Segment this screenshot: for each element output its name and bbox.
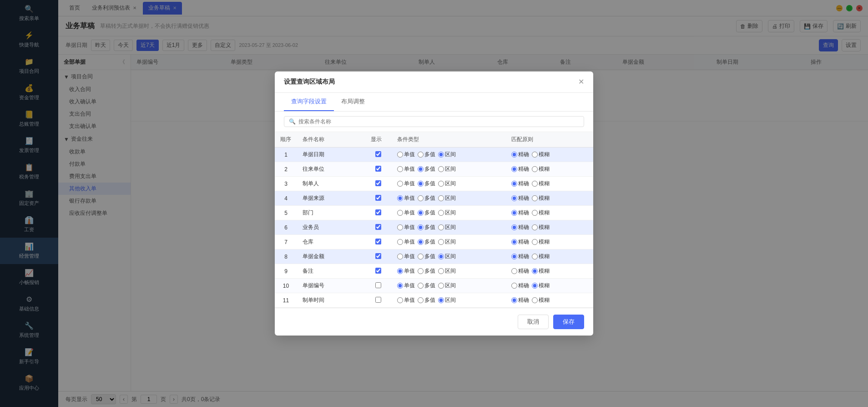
type-single-label[interactable]: 单值: [397, 296, 415, 304]
match-fuzzy-label[interactable]: 模糊: [532, 253, 550, 260]
type-single-label[interactable]: 单值: [397, 151, 415, 158]
type-range-radio[interactable]: [438, 268, 444, 274]
match-exact-radio[interactable]: [511, 210, 517, 216]
match-fuzzy-radio[interactable]: [532, 268, 538, 274]
match-exact-radio[interactable]: [511, 254, 517, 259]
show-checkbox-wrap[interactable]: [375, 152, 381, 158]
match-fuzzy-radio[interactable]: [532, 297, 538, 303]
type-multi-label[interactable]: 多值: [418, 194, 435, 202]
match-fuzzy-label[interactable]: 模糊: [532, 238, 550, 246]
type-single-label[interactable]: 单值: [397, 209, 415, 217]
type-range-radio[interactable]: [438, 224, 444, 230]
show-checkbox[interactable]: [375, 282, 381, 288]
modal-close-button[interactable]: ✕: [578, 78, 584, 86]
type-single-label[interactable]: 单值: [397, 253, 415, 260]
show-checkbox[interactable]: [375, 209, 381, 215]
type-single-radio[interactable]: [397, 195, 403, 201]
show-checkbox-wrap[interactable]: [375, 283, 381, 290]
match-fuzzy-radio[interactable]: [532, 210, 538, 216]
type-range-radio[interactable]: [438, 297, 444, 303]
match-exact-radio[interactable]: [511, 166, 517, 172]
match-exact-label[interactable]: 精确: [511, 267, 529, 275]
type-multi-label[interactable]: 多值: [418, 224, 435, 231]
match-exact-label[interactable]: 精确: [511, 209, 529, 217]
type-range-radio[interactable]: [438, 210, 444, 216]
type-range-label[interactable]: 区间: [438, 194, 456, 202]
match-fuzzy-label[interactable]: 模糊: [532, 282, 550, 290]
type-range-label[interactable]: 区间: [438, 209, 456, 217]
show-checkbox[interactable]: [375, 239, 381, 244]
type-single-label[interactable]: 单值: [397, 180, 415, 188]
match-fuzzy-radio[interactable]: [532, 195, 538, 201]
type-single-radio[interactable]: [397, 152, 403, 158]
show-checkbox[interactable]: [375, 195, 381, 201]
match-fuzzy-radio[interactable]: [532, 166, 538, 172]
type-multi-label[interactable]: 多值: [418, 267, 435, 275]
type-single-radio[interactable]: [397, 166, 403, 172]
match-exact-label[interactable]: 精确: [511, 180, 529, 188]
type-multi-radio[interactable]: [418, 283, 424, 289]
type-multi-label[interactable]: 多值: [418, 180, 435, 188]
type-range-radio[interactable]: [438, 239, 444, 245]
type-single-radio[interactable]: [397, 224, 403, 230]
show-checkbox[interactable]: [375, 297, 381, 303]
match-fuzzy-label[interactable]: 模糊: [532, 180, 550, 188]
match-fuzzy-radio[interactable]: [532, 254, 538, 259]
show-checkbox-wrap[interactable]: [375, 298, 381, 304]
type-multi-label[interactable]: 多值: [418, 238, 435, 246]
show-checkbox[interactable]: [375, 180, 381, 186]
match-fuzzy-label[interactable]: 模糊: [532, 224, 550, 231]
type-multi-label[interactable]: 多值: [418, 165, 435, 173]
match-exact-radio[interactable]: [511, 268, 517, 274]
match-fuzzy-label[interactable]: 模糊: [532, 151, 550, 158]
type-single-label[interactable]: 单值: [397, 238, 415, 246]
type-range-label[interactable]: 区间: [438, 165, 456, 173]
type-single-radio[interactable]: [397, 268, 403, 274]
match-exact-radio[interactable]: [511, 283, 517, 289]
type-multi-radio[interactable]: [418, 210, 424, 216]
type-multi-radio[interactable]: [418, 297, 424, 303]
type-single-radio[interactable]: [397, 210, 403, 216]
match-exact-label[interactable]: 精确: [511, 165, 529, 173]
type-range-label[interactable]: 区间: [438, 151, 456, 158]
type-range-label[interactable]: 区间: [438, 282, 456, 290]
type-multi-radio[interactable]: [418, 254, 424, 259]
type-single-label[interactable]: 单值: [397, 267, 415, 275]
type-single-radio[interactable]: [397, 239, 403, 245]
match-fuzzy-radio[interactable]: [532, 224, 538, 230]
type-multi-radio[interactable]: [418, 268, 424, 274]
match-exact-radio[interactable]: [511, 195, 517, 201]
type-range-radio[interactable]: [438, 283, 444, 289]
type-multi-radio[interactable]: [418, 166, 424, 172]
type-multi-radio[interactable]: [418, 181, 424, 187]
match-exact-label[interactable]: 精确: [511, 296, 529, 304]
match-fuzzy-radio[interactable]: [532, 181, 538, 187]
match-fuzzy-radio[interactable]: [532, 283, 538, 289]
type-range-radio[interactable]: [438, 195, 444, 201]
search-input[interactable]: [298, 118, 579, 125]
match-exact-radio[interactable]: [511, 224, 517, 230]
show-checkbox[interactable]: [375, 166, 381, 172]
type-range-label[interactable]: 区间: [438, 296, 456, 304]
match-exact-label[interactable]: 精确: [511, 253, 529, 260]
type-range-radio[interactable]: [438, 166, 444, 172]
match-fuzzy-radio[interactable]: [532, 152, 538, 158]
show-checkbox-wrap[interactable]: [375, 196, 381, 202]
type-single-radio[interactable]: [397, 283, 403, 289]
modal-tab-layout[interactable]: 布局调整: [334, 93, 372, 111]
match-fuzzy-label[interactable]: 模糊: [532, 267, 550, 275]
modal-save-button[interactable]: 保存: [553, 315, 584, 329]
cancel-button[interactable]: 取消: [518, 315, 549, 329]
show-checkbox[interactable]: [375, 224, 381, 230]
match-exact-label[interactable]: 精确: [511, 194, 529, 202]
type-multi-label[interactable]: 多值: [418, 296, 435, 304]
type-multi-label[interactable]: 多值: [418, 151, 435, 158]
type-range-label[interactable]: 区间: [438, 224, 456, 231]
match-exact-radio[interactable]: [511, 181, 517, 187]
type-range-radio[interactable]: [438, 152, 444, 158]
type-multi-radio[interactable]: [418, 195, 424, 201]
type-multi-label[interactable]: 多值: [418, 282, 435, 290]
match-exact-radio[interactable]: [511, 152, 517, 158]
match-fuzzy-label[interactable]: 模糊: [532, 194, 550, 202]
show-checkbox-wrap[interactable]: [375, 210, 381, 217]
